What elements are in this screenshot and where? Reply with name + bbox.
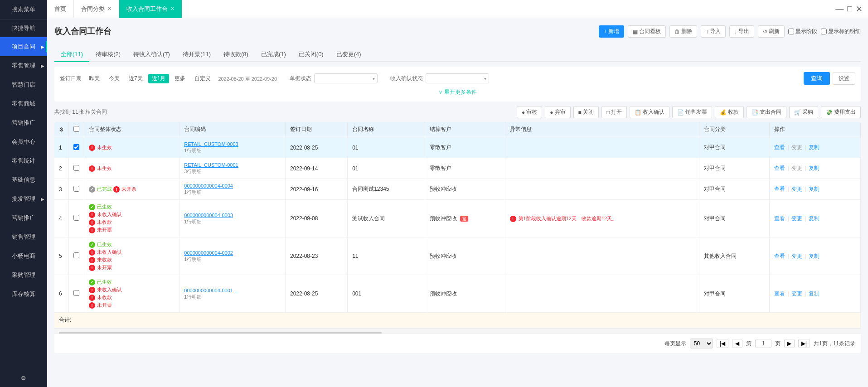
date-btn-yesterday[interactable]: 昨天: [85, 74, 103, 83]
sidebar-nav[interactable]: 快捷导航: [0, 19, 47, 37]
contract-code-link[interactable]: 0000000000004-0001: [184, 288, 233, 293]
row-checkbox[interactable]: [69, 237, 84, 275]
add-button[interactable]: + 新增: [599, 25, 624, 38]
row-checkbox[interactable]: [69, 179, 84, 200]
contract-code-link[interactable]: 0000000000004-0003: [184, 213, 233, 218]
sidebar-item-sales-mgmt[interactable]: 销售管理: [0, 227, 47, 247]
refresh-button[interactable]: ↺ 刷新: [758, 25, 785, 38]
change-link[interactable]: 变更: [791, 144, 802, 150]
view-link[interactable]: 查看: [774, 215, 785, 222]
close-icon[interactable]: ✕: [170, 6, 175, 12]
show-fields-input[interactable]: [788, 29, 794, 34]
copy-link[interactable]: 复制: [809, 215, 820, 222]
sidebar-item-xiaochangec[interactable]: 小畅电商: [0, 247, 47, 266]
tab-contract-classify[interactable]: 合同分类 ✕: [74, 0, 119, 18]
show-detail-checkbox[interactable]: 显示标的明细: [821, 28, 861, 35]
next-page-button[interactable]: ▶: [784, 339, 795, 348]
status-tab-pending-invoice[interactable]: 待开票(11): [176, 48, 217, 62]
date-btn-1month[interactable]: 近1月: [148, 74, 170, 83]
view-link[interactable]: 查看: [774, 186, 785, 192]
sidebar-item-retail-stats[interactable]: 零售统计: [0, 151, 47, 170]
date-btn-custom[interactable]: 自定义: [191, 74, 214, 83]
date-btn-7days[interactable]: 近7天: [125, 74, 146, 83]
status-tab-completed[interactable]: 已完成(1): [255, 48, 292, 62]
row-checkbox[interactable]: [69, 158, 84, 179]
kanban-button[interactable]: ▦ 合同看板: [628, 25, 666, 38]
sales-invoice-button[interactable]: 📄 销售发票: [672, 106, 712, 118]
change-link[interactable]: 变更: [791, 290, 802, 297]
sidebar-search[interactable]: 搜索菜单: [0, 0, 47, 19]
status-tab-pending-review[interactable]: 待审核(2): [89, 48, 127, 62]
page-size-select[interactable]: 50 100 200: [690, 339, 713, 348]
contract-code-link[interactable]: 0000000000004-0004: [184, 183, 233, 189]
prev-page-button[interactable]: ◀: [732, 339, 742, 348]
sidebar-item-marketing2[interactable]: 营销推广: [0, 208, 47, 227]
row-checkbox[interactable]: [69, 275, 84, 313]
export-button[interactable]: ↓ 导出: [729, 25, 754, 38]
status-tab-pending-receipt[interactable]: 待收款(8): [217, 48, 255, 62]
query-button[interactable]: 查询: [804, 72, 830, 85]
abandon-review-button[interactable]: ● 弃审: [545, 106, 570, 118]
status-tab-changed[interactable]: 已变更(4): [330, 48, 368, 62]
income-confirm-button[interactable]: 📋 收入确认: [630, 106, 669, 118]
first-page-button[interactable]: |◀: [717, 339, 728, 348]
sidebar-item-member-center[interactable]: 会员中心: [0, 132, 47, 151]
expense-button[interactable]: 💸 费用支出: [821, 106, 861, 118]
sidebar-item-project-contract[interactable]: 项目合同 ▶: [0, 37, 47, 56]
purchase-button[interactable]: 🛒 采购: [789, 106, 818, 118]
view-link[interactable]: 查看: [774, 253, 785, 259]
income-confirm-select[interactable]: [426, 73, 489, 83]
setting-button[interactable]: 设置: [833, 73, 855, 85]
status-tab-closed[interactable]: 已关闭(0): [292, 48, 330, 62]
date-btn-today[interactable]: 今天: [105, 74, 123, 83]
last-page-button[interactable]: ▶|: [798, 339, 810, 348]
contract-code-link[interactable]: 0000000000004-0002: [184, 250, 233, 256]
sidebar-item-purchase-mgmt[interactable]: 采购管理: [0, 266, 47, 285]
copy-link[interactable]: 复制: [809, 165, 820, 171]
show-fields-checkbox[interactable]: 显示阶段: [788, 28, 817, 35]
maximize-icon[interactable]: □: [847, 4, 852, 14]
change-link[interactable]: 变更: [791, 186, 802, 192]
minimize-icon[interactable]: —: [835, 4, 844, 14]
show-detail-input[interactable]: [821, 29, 827, 34]
h-scrollbar[interactable]: [54, 328, 861, 334]
row-checkbox[interactable]: [69, 200, 84, 237]
select-all-checkbox[interactable]: [73, 126, 79, 132]
contract-code-link[interactable]: RETAIL_CUSTOM-0001: [184, 162, 238, 168]
window-close-icon[interactable]: ✕: [856, 4, 863, 14]
open-button[interactable]: □ 打开: [601, 106, 627, 118]
sidebar-item-base-info[interactable]: 基础信息: [0, 170, 47, 189]
row-checkbox[interactable]: [69, 137, 84, 158]
sidebar-item-retail-mgmt[interactable]: 零售管理 ▶: [0, 56, 47, 75]
change-link[interactable]: 变更: [791, 215, 802, 222]
review-button[interactable]: ● 审核: [517, 106, 542, 118]
status-tab-pending-confirm[interactable]: 待收入确认(7): [127, 48, 176, 62]
sidebar-item-smart-store[interactable]: 智慧门店: [0, 75, 47, 94]
change-link[interactable]: 变更: [791, 165, 802, 171]
date-btn-more[interactable]: 更多: [171, 74, 189, 83]
expense-contract-button[interactable]: 📑 支出合同: [747, 106, 786, 118]
receipt-button[interactable]: 💰 收款: [715, 106, 744, 118]
copy-link[interactable]: 复制: [809, 186, 820, 192]
sidebar-item-marketing[interactable]: 营销推广: [0, 113, 47, 132]
copy-link[interactable]: 复制: [809, 144, 820, 150]
view-link[interactable]: 查看: [774, 165, 785, 171]
doc-status-select[interactable]: [314, 73, 378, 83]
contract-code-link[interactable]: RETAIL_CUSTOM-0003: [184, 141, 238, 147]
sidebar-item-retail-commerce[interactable]: 零售商城: [0, 94, 47, 113]
delete-button[interactable]: 🗑 删除: [669, 25, 697, 38]
expand-filter-button[interactable]: ∨ 展开更多条件: [438, 89, 477, 95]
page-input[interactable]: [755, 339, 771, 348]
tab-home[interactable]: 首页: [47, 0, 74, 18]
sidebar-item-inventory[interactable]: 库存核算: [0, 285, 47, 304]
th-checkbox[interactable]: [69, 122, 84, 137]
th-settings[interactable]: ⚙: [54, 122, 69, 137]
view-link[interactable]: 查看: [774, 290, 785, 297]
sidebar-gear[interactable]: ⚙: [0, 369, 47, 387]
view-link[interactable]: 查看: [774, 144, 785, 150]
status-tab-all[interactable]: 全部(11): [54, 48, 89, 62]
copy-link[interactable]: 复制: [809, 253, 820, 259]
copy-link[interactable]: 复制: [809, 290, 820, 297]
close-button[interactable]: ■ 关闭: [573, 106, 599, 118]
close-icon[interactable]: ✕: [107, 6, 112, 12]
